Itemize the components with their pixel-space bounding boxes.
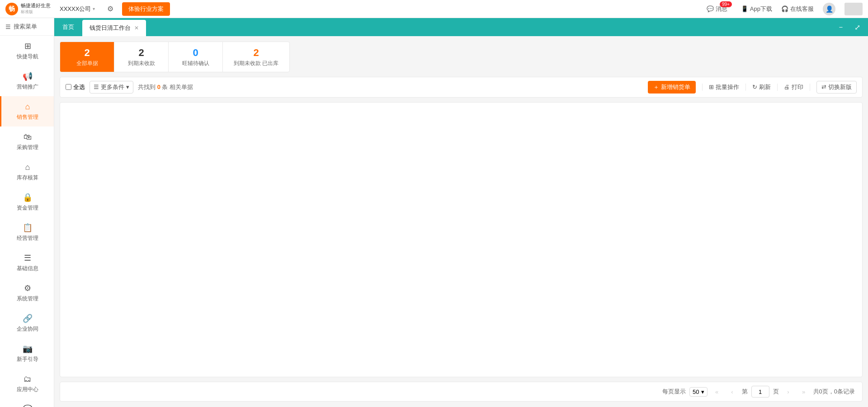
pagination-bar: 每页显示 50 ▾ « ‹ 第 页 › » (60, 382, 863, 402)
tab-workbench-label: 钱货日清工作台 (90, 24, 131, 32)
app-center-icon: 🗂 (23, 374, 33, 384)
page-size-value: 50 (693, 388, 699, 395)
stats-label-wangwang: 旺辅待确认 (179, 60, 212, 67)
finance-icon: 🔒 (23, 192, 33, 202)
sidebar-label-enterprise: 企业协同 (17, 325, 38, 333)
print-icon: 🖨 (784, 84, 790, 90)
sidebar-item-marketing[interactable]: 📢 营销推广 (0, 66, 54, 96)
app-badge: 标准版 (21, 9, 51, 15)
avatar[interactable]: 👤 (823, 3, 835, 15)
sidebar: ☰ 搜索菜单 ⊞ 快捷导航 📢 营销推广 ⌂ 销售管理 🛍 采购管理 ⌂ 库存核… (0, 18, 54, 407)
switch-version-button[interactable]: ⇄ 切换新版 (816, 81, 857, 94)
sidebar-item-quick-nav[interactable]: ⊞ 快捷导航 (0, 36, 54, 66)
sidebar-item-purchase[interactable]: 🛍 采购管理 (0, 126, 54, 157)
sidebar-item-sales[interactable]: ⌂ 销售管理 (0, 96, 54, 126)
stats-label-overdue-unpaid: 到期未收款 (125, 60, 157, 67)
logo-text-block: 畅捷通好生意 标准版 (21, 3, 51, 14)
wechat-icon: 💬 (23, 404, 33, 407)
filter-icon: ☰ (94, 84, 99, 90)
sidebar-item-wechat[interactable]: 💬 企业微信 (0, 399, 54, 407)
refresh-label: 刷新 (759, 83, 771, 91)
service-icon: 🎧 (781, 5, 788, 12)
batch-operation-button[interactable]: ⊞ 批量操作 (709, 83, 739, 91)
select-all-checkbox[interactable]: 全选 (66, 83, 85, 91)
tab-close-icon[interactable]: ✕ (134, 25, 139, 31)
switch-label: 切换新版 (828, 83, 852, 91)
page-size-select[interactable]: 50 ▾ (689, 387, 707, 397)
page-text-end: 页 (773, 388, 779, 396)
company-name: XXXXX公司 (60, 5, 91, 13)
search-menu-label: 搜索菜单 (14, 23, 37, 31)
trial-button[interactable]: 体验行业方案 (122, 2, 170, 16)
new-order-button[interactable]: ＋ 新增销货单 (648, 81, 696, 94)
company-selector[interactable]: XXXXX公司 ▾ (60, 5, 95, 13)
refresh-button[interactable]: ↻ 刷新 (752, 83, 771, 91)
tab-minimize-button[interactable]: － (835, 21, 847, 33)
sidebar-label-purchase: 采购管理 (17, 144, 38, 151)
notification-count: 99+ (720, 1, 732, 7)
prev-page-button[interactable]: ‹ (726, 386, 738, 398)
stats-tab-overdue-unpaid[interactable]: 2 到期未收款 (114, 42, 169, 72)
notification-button[interactable]: 💬 消息 99+ (707, 5, 727, 13)
first-page-icon: « (715, 388, 718, 395)
found-text: 共找到 0 条 相关单据 (138, 83, 193, 91)
sidebar-item-inventory[interactable]: ⌂ 库存核算 (0, 157, 54, 187)
tab-bar-right: － ⤢ (835, 18, 868, 36)
sidebar-label-guide: 新手引导 (17, 356, 38, 363)
add-icon: ＋ (653, 83, 659, 91)
stats-tab-wangwang[interactable]: 0 旺辅待确认 (169, 42, 223, 72)
inventory-icon: ⌂ (23, 162, 33, 172)
sidebar-label-basic-info: 基础信息 (17, 265, 38, 272)
next-page-button[interactable]: › (783, 386, 794, 398)
toolbar-divider-1 (702, 84, 703, 91)
select-all-input[interactable] (66, 84, 71, 90)
quick-nav-icon: ⊞ (23, 41, 33, 51)
batch-label: 批量操作 (716, 83, 739, 91)
page-size-label: 每页显示 (662, 388, 686, 396)
app-download-button[interactable]: 📱 App下载 (741, 5, 772, 13)
print-button[interactable]: 🖨 打印 (784, 83, 803, 91)
toolbar: 全选 ☰ 更多条件 ▾ 共找到 0 条 相关单据 ＋ (60, 77, 863, 98)
tab-expand-button[interactable]: ⤢ (851, 21, 863, 33)
stats-tab-all[interactable]: 2 全部单据 (60, 42, 114, 72)
system-icon: ⚙ (23, 283, 33, 293)
more-filter-button[interactable]: ☰ 更多条件 ▾ (90, 81, 133, 94)
refresh-icon: ↻ (752, 84, 757, 90)
online-service-label: 在线客服 (790, 5, 814, 13)
app-name: 畅捷通好生意 (21, 3, 51, 9)
sidebar-label-system: 系统管理 (17, 295, 38, 303)
sidebar-item-app-center[interactable]: 🗂 应用中心 (0, 369, 54, 399)
search-menu-button[interactable]: ☰ 搜索菜单 (0, 18, 54, 36)
marketing-icon: 📢 (23, 71, 33, 81)
last-page-button[interactable]: » (798, 386, 810, 398)
toolbar-divider-2 (745, 84, 746, 91)
sidebar-item-basic-info[interactable]: ☰ 基础信息 (0, 248, 54, 278)
sidebar-item-operation[interactable]: 📋 经营管理 (0, 217, 54, 248)
print-label: 打印 (792, 83, 803, 91)
sidebar-item-guide[interactable]: 📷 新手引导 (0, 338, 54, 369)
tab-workbench[interactable]: 钱货日清工作台 ✕ (82, 20, 146, 36)
online-service-button[interactable]: 🎧 在线客服 (781, 5, 814, 13)
header-right: 💬 消息 99+ 📱 App下载 🎧 在线客服 👤 (707, 3, 863, 15)
user-name-display (844, 3, 863, 15)
page-text: 第 (742, 388, 748, 396)
app-download-label: App下载 (750, 5, 772, 13)
sidebar-label-operation: 经营管理 (17, 234, 38, 242)
new-order-label: 新增销货单 (661, 83, 690, 91)
sidebar-item-finance[interactable]: 🔒 资金管理 (0, 187, 54, 217)
purchase-icon: 🛍 (23, 132, 33, 142)
search-icon: ☰ (5, 23, 11, 30)
total-info: 共0页，0条记录 (813, 388, 855, 396)
settings-button[interactable]: ⚙ (104, 3, 117, 15)
stats-tab-overdue-shipped[interactable]: 2 到期未收款 已出库 (223, 42, 289, 72)
sidebar-label-finance: 资金管理 (17, 204, 38, 212)
content-area: 首页 钱货日清工作台 ✕ － ⤢ 2 全部单据 2 到期未收款 (54, 18, 868, 407)
tab-home[interactable]: 首页 (54, 18, 82, 36)
first-page-button[interactable]: « (711, 386, 723, 398)
sidebar-item-enterprise[interactable]: 🔗 企业协同 (0, 308, 54, 338)
page-number-input[interactable] (751, 386, 769, 398)
sidebar-label-marketing: 营销推广 (17, 83, 38, 91)
sidebar-item-system[interactable]: ⚙ 系统管理 (0, 278, 54, 308)
sidebar-label-app-center: 应用中心 (17, 386, 38, 393)
operation-icon: 📋 (23, 223, 33, 233)
